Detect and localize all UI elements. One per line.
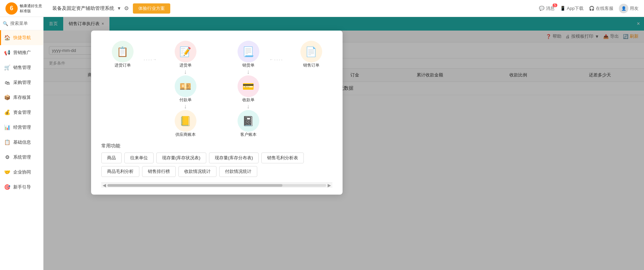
common-btn-parties[interactable]: 往来单位 (124, 152, 154, 163)
user-area[interactable]: 👤 用友 (619, 4, 639, 13)
online-service-btn[interactable]: 🎧 在线客服 (589, 5, 613, 12)
message-badge: 5 (553, 3, 557, 7)
app-download-btn[interactable]: 📱 App下载 (560, 5, 584, 12)
common-btn-sales-rank[interactable]: 销售排行榜 (142, 166, 176, 177)
sales-bill-icon: 📃 (242, 46, 254, 57)
sales-order-icon: 📄 (305, 46, 317, 57)
scroll-left-btn[interactable]: ◀ (103, 183, 106, 188)
sales-order-label: 销售订单 (303, 62, 319, 68)
service-icon: 🎧 (589, 6, 594, 11)
sales-bill-node[interactable]: 📃 (238, 41, 259, 62)
download-icon: 📱 (560, 6, 565, 11)
flow-modal: 📋 进货订单 - - - - → 📝 (91, 31, 343, 195)
search-menu[interactable]: 🔍 搜索菜单 (0, 17, 43, 30)
app-logo: 6 (5, 2, 18, 15)
purchase-order-node[interactable]: 📋 (112, 41, 134, 62)
sidebar-item-inventory[interactable]: 📦 库存核算 (0, 90, 43, 105)
purchase-icon: 🛍 (4, 79, 11, 86)
common-functions-title: 常用功能 (101, 143, 332, 149)
quick-nav-icon: 🏠 (4, 34, 11, 41)
common-functions: 常用功能 商品 往来单位 现存量(库存状况表) 现存量(库存分布表) 销售毛利分… (101, 143, 332, 177)
settings-icon[interactable]: ⚙ (124, 5, 129, 12)
supplier-ledger-node[interactable]: 📒 (175, 110, 196, 132)
marketing-icon: 📢 (4, 49, 11, 56)
flow-modal-overlay: 📋 进货订单 - - - - → 📝 (43, 17, 644, 270)
system-icon: ⚙ (4, 154, 11, 161)
message-icon: 💬 (539, 6, 544, 11)
customer-ledger-node[interactable]: 📓 (238, 110, 259, 132)
finance-icon: 💰 (4, 109, 11, 116)
sidebar-item-operations[interactable]: 📊 经营管理 (0, 120, 43, 135)
sidebar-item-finance[interactable]: 💰 资金管理 (0, 105, 43, 120)
common-buttons-container: 商品 往来单位 现存量(库存状况表) 现存量(库存分布表) 销售毛利分析表 商品… (101, 152, 332, 177)
purchase-order-label: 进货订单 (115, 62, 131, 68)
common-btn-payment-stats[interactable]: 付款情况统计 (219, 166, 257, 177)
sales-order-node[interactable]: 📄 (300, 41, 322, 62)
scroll-bar: ◀ ▶ (101, 182, 332, 188)
common-btn-sales-gross[interactable]: 销售毛利分析表 (261, 152, 304, 163)
common-btn-stock-status[interactable]: 现存量(库存状况表) (156, 152, 206, 163)
system-title: 装备及固定资产辅助管理系统 (52, 5, 114, 12)
common-btn-receipt-stats[interactable]: 收款情况统计 (178, 166, 216, 177)
purchase-order-icon: 📋 (117, 46, 128, 57)
receipt-label: 收款单 (242, 97, 255, 103)
message-btn[interactable]: 💬 消息 5 (539, 5, 555, 12)
system-dropdown[interactable]: ▼ (117, 6, 121, 11)
scroll-track[interactable] (107, 184, 326, 187)
sidebar-item-basic[interactable]: 📋 基础信息 (0, 135, 43, 150)
common-btn-stock-dist[interactable]: 现存量(库存分布表) (209, 152, 259, 163)
inventory-icon: 📦 (4, 94, 11, 101)
guide-icon: 🎯 (4, 184, 11, 191)
sidebar-item-guide[interactable]: 🎯 新手引导 (0, 180, 43, 195)
sales-bill-label: 销货单 (242, 62, 255, 68)
sales-icon: 🛒 (4, 64, 11, 71)
sidebar-item-enterprise[interactable]: 🤝 企业协同 (0, 165, 43, 180)
sidebar-item-marketing[interactable]: 📢 营销推广 (0, 45, 43, 60)
operations-icon: 📊 (4, 124, 11, 131)
payment-label: 付款单 (179, 97, 192, 103)
customer-ledger-label: 客户账本 (240, 132, 257, 138)
common-btn-product[interactable]: 商品 (101, 152, 122, 163)
payment-icon: 💴 (179, 81, 191, 92)
common-btn-product-gross[interactable]: 商品毛利分析 (101, 166, 139, 177)
enterprise-icon: 🤝 (4, 169, 11, 176)
receipt-icon: 💳 (242, 81, 254, 92)
sidebar-item-quick-nav[interactable]: 🏠 快捷导航 (0, 30, 43, 45)
supplier-ledger-label: 供应商账本 (175, 132, 196, 138)
scroll-thumb (107, 184, 282, 187)
sidebar-item-purchase[interactable]: 🛍 采购管理 (0, 75, 43, 90)
sidebar-menu: 🏠 快捷导航 📢 营销推广 🛒 销售管理 🛍 采购管理 📦 库存核 (0, 30, 43, 270)
scroll-right-btn[interactable]: ▶ (328, 183, 331, 188)
supplier-ledger-icon: 📒 (179, 115, 191, 127)
receipt-node[interactable]: 💳 (238, 75, 259, 97)
basic-icon: 📋 (4, 139, 11, 146)
sidebar-item-system[interactable]: ⚙ 系统管理 (0, 150, 43, 165)
purchase-bill-icon: 📝 (179, 46, 191, 57)
customer-ledger-icon: 📓 (242, 115, 254, 127)
logo-text: 畅康通好生意 标准版 (20, 3, 42, 13)
sidebar-item-sales[interactable]: 🛒 销售管理 (0, 60, 43, 75)
search-icon: 🔍 (3, 21, 8, 26)
trial-button[interactable]: 体验行业方案 (133, 3, 170, 14)
purchase-bill-node[interactable]: 📝 (175, 41, 196, 62)
purchase-bill-label: 进货单 (179, 62, 192, 68)
payment-node[interactable]: 💴 (175, 75, 196, 97)
avatar: 👤 (619, 4, 628, 13)
